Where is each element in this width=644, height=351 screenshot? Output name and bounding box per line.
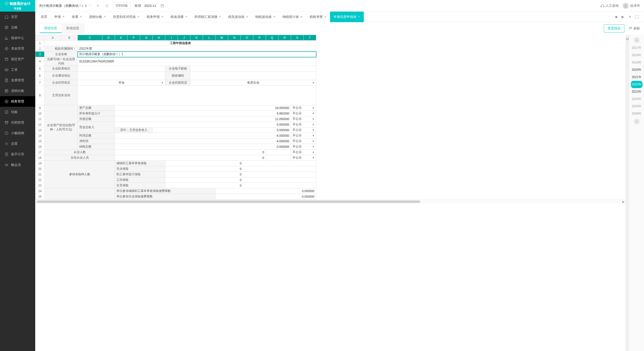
publish-select[interactable]: 不公示▼ — [291, 116, 316, 122]
tab-11[interactable]: 税检专家✕ — [306, 12, 330, 22]
sidebar-item-2[interactable]: 报表中心 — [0, 33, 35, 43]
publish-select[interactable]: 不公示▼ — [291, 155, 316, 161]
medical-value[interactable]: 0 — [165, 172, 316, 177]
close-icon[interactable]: ✕ — [161, 15, 164, 18]
sidebar-item-4[interactable]: 固定资产 — [0, 54, 35, 64]
period-value[interactable]: 2023-11 — [144, 4, 156, 8]
col-header[interactable]: B — [61, 35, 78, 41]
sidebar-item-8[interactable]: 税务管理 — [0, 96, 35, 107]
main-rev-value[interactable]: 0.000000 — [153, 127, 291, 133]
calendar-icon[interactable] — [159, 3, 165, 9]
email-value[interactable] — [190, 66, 316, 72]
close-icon[interactable]: ✕ — [219, 15, 221, 18]
year-down-button[interactable]: ﹀ — [634, 119, 639, 124]
injury-value[interactable]: 0 — [165, 177, 316, 183]
tab-12[interactable]: 年报信息申报表✕ — [330, 12, 364, 22]
col-header[interactable]: M — [216, 35, 228, 41]
sidebar-item-10[interactable]: 归档管理 — [0, 117, 35, 128]
close-icon[interactable]: ✕ — [246, 15, 248, 18]
tab-3[interactable]: 进销台账✕ — [86, 12, 109, 22]
year-item[interactable]: 2025年 — [631, 103, 642, 110]
tab-9[interactable]: 纳税波动表✕ — [252, 12, 279, 22]
total-assets-value[interactable]: 18.050000 — [115, 105, 291, 111]
col-header[interactable]: N — [228, 35, 241, 41]
col-header[interactable]: I — [165, 35, 178, 41]
publish-select[interactable]: 不公示▼ — [291, 105, 316, 111]
col-header[interactable]: H — [153, 35, 165, 41]
year-item[interactable]: 2022年 — [631, 81, 642, 88]
sidebar-item-5[interactable]: 工资 — [0, 64, 35, 75]
close-icon[interactable]: ✕ — [273, 15, 275, 18]
sidebar-item-14[interactable]: 畅会员 — [0, 160, 35, 170]
tab-10[interactable]: 纳税统计表✕ — [279, 12, 306, 22]
status-select[interactable]: 开业▼ — [78, 80, 165, 86]
add-account-button[interactable] — [95, 3, 101, 9]
close-icon[interactable]: ✕ — [300, 15, 303, 18]
sidebar-item-13[interactable]: 新手引导 — [0, 149, 35, 160]
col-header[interactable]: D — [102, 35, 115, 41]
sidebar-item-0[interactable]: 首页 — [0, 12, 35, 22]
pension-value[interactable]: 0 — [165, 161, 316, 166]
reset-report-button[interactable]: 重置报表 — [604, 24, 624, 32]
col-header[interactable]: C — [78, 35, 102, 41]
unemp-value[interactable]: 0 — [165, 166, 316, 172]
unemp-base-value[interactable]: 0.000000 — [216, 194, 316, 199]
sidebar-item-9[interactable]: 结账 — [0, 107, 35, 117]
col-header[interactable]: J — [178, 35, 190, 41]
sidebar-item-7[interactable]: 进销台账 — [0, 86, 35, 96]
close-icon[interactable]: ✕ — [62, 15, 65, 18]
account-settings-button[interactable] — [104, 3, 110, 9]
col-header[interactable]: S — [291, 35, 304, 41]
tab-0[interactable]: 首页 — [37, 12, 51, 22]
col-header[interactable]: T — [304, 35, 316, 41]
horizontal-scrollbar[interactable]: ◀ ▶ — [35, 199, 625, 203]
tab-8[interactable]: 税负波动表✕ — [225, 12, 252, 22]
close-icon[interactable]: ✕ — [80, 15, 82, 18]
sidebar-item-6[interactable]: 发票管理 — [0, 75, 35, 86]
publish-select[interactable]: 不公示▼ — [291, 111, 316, 116]
select-all-cell[interactable] — [35, 35, 45, 41]
col-header[interactable]: O — [241, 35, 253, 41]
year-up-button[interactable]: ︿ — [634, 37, 639, 43]
sidebar-item-1[interactable]: 总账 — [0, 22, 35, 33]
close-icon[interactable]: ✕ — [104, 15, 106, 18]
publish-select[interactable]: 不公示▼ — [291, 144, 316, 150]
refresh-button[interactable]: 刷新 — [628, 26, 640, 31]
close-icon[interactable]: ✕ — [324, 15, 327, 18]
female-value[interactable]: 0 — [115, 155, 266, 161]
user-menu[interactable]: 徐泽华 — [623, 3, 640, 9]
equity-value[interactable]: 9.992000 — [115, 111, 291, 116]
scrollbar-thumb[interactable] — [37, 200, 420, 203]
close-icon[interactable]: ✕ — [185, 15, 187, 18]
revenue-value[interactable]: 0.000000 — [115, 122, 291, 127]
col-header[interactable]: L — [203, 35, 216, 41]
col-header[interactable]: R — [278, 35, 291, 41]
account-selector[interactable]: 刘小艳演示账套（勿删勿动！）1 ﹀ — [39, 4, 92, 8]
year-item[interactable]: 2018年 — [631, 52, 642, 59]
year-item[interactable]: 2023年 — [631, 88, 642, 95]
year-item[interactable]: 2026年 — [631, 110, 642, 117]
postal-value[interactable] — [190, 72, 316, 80]
tax-period-value[interactable]: 2022年度 — [78, 46, 316, 52]
year-item[interactable]: 2019年 — [631, 59, 642, 66]
year-item[interactable]: 2024年 — [631, 95, 642, 103]
phone-value[interactable] — [78, 66, 165, 72]
col-header[interactable]: G — [140, 35, 153, 41]
tab-4[interactable]: 存货别名对照表✕ — [109, 12, 143, 22]
publish-select[interactable]: 不公示▼ — [291, 138, 316, 144]
publish-select[interactable]: 不公示▼ — [291, 122, 316, 127]
sub-tab-other[interactable]: 其他信息 — [62, 24, 84, 33]
tab-6[interactable]: 税表清册✕ — [167, 12, 191, 22]
year-item[interactable]: 2017年 — [631, 44, 642, 52]
publish-select[interactable]: 不公示▼ — [291, 133, 316, 138]
addr-value[interactable] — [78, 72, 165, 80]
sidebar-item-12[interactable]: 设置 — [0, 138, 35, 149]
sheet-scroll[interactable]: A B C D E F G H I J K L M — [35, 35, 625, 351]
reg-no-value[interactable]: 91320811MA7NGR2W6R — [78, 57, 316, 66]
tabs-prev-button[interactable]: ◀ — [613, 14, 619, 20]
net-profit-value[interactable]: -4.000000 — [115, 138, 291, 144]
year-item[interactable]: 2021年 — [631, 74, 642, 81]
sidebar-item-11[interactable]: 小畅报销 — [0, 128, 35, 138]
tax-total-value[interactable]: 0.000000 — [115, 144, 291, 150]
col-header[interactable]: K — [190, 35, 203, 41]
